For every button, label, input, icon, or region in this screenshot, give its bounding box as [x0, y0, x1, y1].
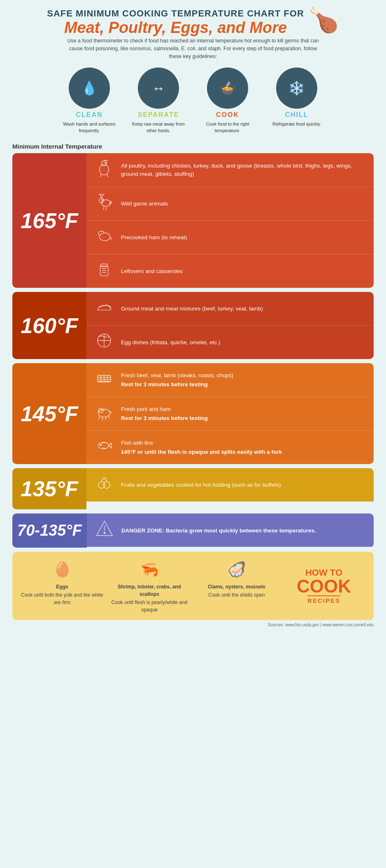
svg-point-4: [105, 162, 106, 163]
separate-circle: ↔️: [138, 68, 179, 109]
pork-text: Fresh pork and ham Rest for 3 minutes be…: [121, 405, 208, 422]
leftovers-text: Leftovers and casseroles: [121, 267, 183, 275]
temp-135-items: Fruits and vegetables cooked for hot hol…: [86, 468, 374, 509]
temp-danger-label: 70-135°F: [12, 513, 87, 548]
temp-section-165: 165°F All poultry, including chicken, tu…: [12, 153, 374, 288]
temp-danger-items: DANGER ZONE: Bacteria grow most quickly …: [87, 513, 374, 548]
guideline-clean: 💧 CLEAN Wash hands and surfaces frequent…: [59, 68, 120, 134]
item-poultry: All poultry, including chicken, turkey, …: [86, 153, 374, 187]
cook-desc: Cook food to the right temperature.: [197, 121, 258, 134]
svg-point-42: [98, 442, 109, 449]
eggs-label: Eggs: [21, 583, 104, 590]
svg-rect-20: [100, 266, 108, 276]
temp-165-label: 165°F: [12, 153, 86, 288]
temp-160-label: 160°F: [12, 292, 86, 359]
svg-point-1: [102, 161, 107, 166]
header: SAFE MINIMUM COOKING TEMPERATURE CHART F…: [12, 8, 374, 60]
poultry-text: All poultry, including chicken, turkey, …: [121, 162, 367, 178]
fruits-veg-text: Fruits and vegetables cooked for hot hol…: [121, 481, 281, 489]
temp-165-items: All poultry, including chicken, turkey, …: [86, 153, 374, 288]
cook-circle: 🍲: [207, 68, 248, 109]
temp-section-135: 135°F Fruits and vegetables cooked for h…: [12, 468, 374, 509]
seafood-clams: 🦪 Clams, oysters, mussels Cook until the…: [195, 558, 278, 614]
svg-line-11: [100, 195, 101, 198]
groundmeat-icon: [93, 297, 115, 320]
sources: Sources: www.fsis.usda.gov | www.warren.…: [12, 623, 374, 627]
fruits-icon: [93, 473, 115, 497]
item-wild-game: Wild game animals: [86, 187, 374, 221]
header-subtitle: Use a food thermometer to check if food …: [65, 37, 321, 60]
beef-icon: [93, 368, 115, 392]
brand-cook: COOK: [297, 577, 351, 595]
temp-section-145: 145°F Fresh beef, veal, lamb (steaks,: [12, 363, 374, 464]
item-danger-zone: DANGER ZONE: Bacteria grow most quickly …: [87, 513, 374, 547]
section-label: Minimum Internal Temperature: [12, 143, 374, 150]
brand-logo: HOW TO COOK RECIPES: [282, 558, 365, 614]
seafood-eggs: 🥚 Eggs Cook until both the yolk and the …: [21, 558, 104, 614]
chicken-icon: 🍗: [308, 5, 339, 34]
chill-icon: ❄️: [288, 82, 305, 95]
svg-line-7: [103, 206, 104, 210]
danger-zone-text: DANGER ZONE: Bacteria grow most quickly …: [121, 525, 316, 535]
temp-section-danger: 70-135°F DANGER ZONE: Bacteria grow most…: [12, 513, 374, 548]
clean-circle: 💧: [69, 68, 110, 109]
guideline-separate: ↔️ SEPARATE Keep raw meat away from othe…: [128, 68, 189, 134]
svg-line-15: [102, 194, 103, 195]
svg-rect-21: [101, 264, 107, 266]
cook-icon: 🍲: [219, 82, 236, 95]
item-beef: Fresh beef, veal, lamb (steaks, roasts, …: [86, 363, 374, 397]
poultry-icon: [93, 158, 115, 182]
svg-point-17: [102, 199, 102, 200]
pork-icon: [93, 402, 115, 425]
svg-line-3: [107, 174, 108, 177]
separate-icon: ↔️: [152, 82, 165, 95]
chill-desc: Refrigerate food quickly.: [266, 121, 327, 127]
item-pork: Fresh pork and ham Rest for 3 minutes be…: [86, 397, 374, 431]
item-fruits-veg: Fruits and vegetables cooked for hot hol…: [86, 468, 374, 502]
item-ground-meat: Ground meat and meat mixtures (beef, tur…: [86, 292, 374, 326]
temp-160-items: Ground meat and meat mixtures (beef, tur…: [86, 292, 374, 359]
svg-point-45: [103, 482, 110, 488]
svg-line-19: [103, 232, 104, 233]
egg-dishes-text: Egg dishes (frittata, quiche, omelet, et…: [121, 338, 221, 347]
jar-icon: [93, 259, 115, 283]
chill-circle: ❄️: [276, 68, 317, 109]
seafood-section: 🥚 Eggs Cook until both the yolk and the …: [12, 552, 374, 620]
svg-line-38: [99, 416, 100, 420]
separate-desc: Keep raw meat away from other foods.: [128, 121, 189, 134]
guidelines-section: 💧 CLEAN Wash hands and surfaces frequent…: [12, 68, 374, 134]
egg-icon: [93, 331, 115, 354]
separate-label: SEPARATE: [128, 111, 189, 119]
svg-line-16: [103, 194, 104, 195]
clean-label: CLEAN: [59, 111, 120, 119]
shrimp-desc: Cook until flesh is pearly/white and opa…: [112, 600, 188, 613]
temp-135-label: 135°F: [12, 468, 86, 509]
deer-icon: [93, 192, 115, 215]
svg-line-40: [105, 417, 106, 420]
beef-text: Fresh beef, veal, lamb (steaks, roasts, …: [121, 371, 233, 389]
temp-section-160: 160°F Ground meat and meat mixtures (bee…: [12, 292, 374, 359]
cook-label: COOK: [197, 111, 258, 119]
svg-point-43: [100, 444, 101, 446]
temp-145-items: Fresh beef, veal, lamb (steaks, roasts, …: [86, 363, 374, 464]
item-egg-dishes: Egg dishes (frittata, quiche, omelet, et…: [86, 326, 374, 359]
header-top-line: SAFE MINIMUM COOKING TEMPERATURE CHART F…: [47, 8, 304, 19]
clams-icon: 🦪: [195, 558, 278, 581]
svg-line-12: [99, 194, 100, 195]
eggs-desc: Cook until both the yolk and the white a…: [21, 592, 103, 605]
warning-icon: [93, 518, 116, 542]
brand-recipes: RECIPES: [307, 595, 340, 604]
eggs-icon: 🥚: [21, 558, 104, 581]
svg-line-2: [100, 174, 101, 177]
shrimp-label: Shrimp, lobster, crabs, and scallops: [108, 583, 191, 598]
shrimp-icon: 🦐: [108, 558, 191, 581]
svg-point-49: [104, 532, 105, 534]
item-leftovers: Leftovers and casseroles: [86, 254, 374, 288]
svg-point-36: [98, 408, 103, 413]
clams-desc: Cook until the shells open: [208, 592, 265, 598]
svg-point-44: [98, 482, 105, 488]
item-precooked-ham: Precooked ham (to reheat): [86, 221, 374, 254]
svg-line-8: [106, 207, 107, 210]
clean-desc: Wash hands and surfaces frequently.: [59, 121, 120, 134]
svg-line-39: [102, 417, 103, 420]
